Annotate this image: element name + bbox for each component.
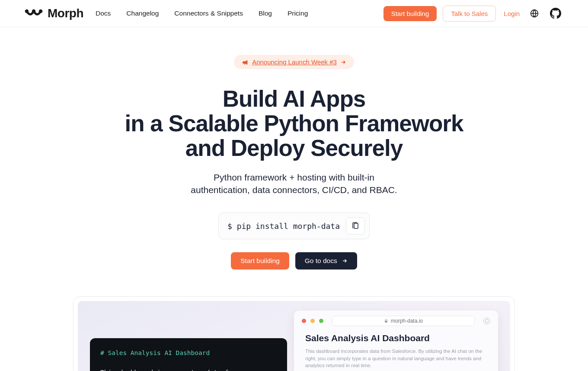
github-button[interactable] [547, 5, 564, 22]
traffic-light-minimize-icon [310, 319, 315, 323]
refresh-icon [483, 317, 490, 324]
globe-icon [530, 9, 539, 18]
megaphone-icon [242, 59, 249, 66]
dashboard-description: This dashboard incorporates data from Sa… [305, 348, 487, 368]
hero-ctas: Start building Go to docs [9, 252, 579, 270]
go-to-docs-button[interactable]: Go to docs [295, 252, 357, 270]
go-to-docs-label: Go to docs [305, 257, 337, 265]
logo[interactable]: Morph [24, 6, 83, 20]
hero-heading: Build AI Apps in a Scalable Python Frame… [9, 86, 579, 161]
arrow-right-icon [342, 258, 348, 264]
nav-pricing[interactable]: Pricing [288, 10, 308, 17]
svg-rect-4 [354, 223, 358, 228]
url-text: morph-data.io [391, 318, 423, 324]
hero-sub-line1: Python framework + hosting with built-in [214, 172, 374, 182]
github-icon [550, 8, 561, 19]
install-command-text: $ pip install morph-data [227, 222, 340, 231]
showcase-background: # Sales Analysis AI Dashboard This dashb… [78, 301, 510, 371]
dashboard-body: Sales Analysis AI Dashboard This dashboa… [294, 331, 498, 371]
showcase-frame: # Sales Analysis AI Dashboard This dashb… [73, 296, 515, 371]
start-building-button[interactable]: Start building [231, 252, 289, 270]
hero-h1-line3: and Deploy Securely [185, 135, 403, 161]
announcement-text: Announcing Launch Week #3 [252, 58, 337, 66]
traffic-light-close-icon [302, 319, 306, 323]
clipboard-icon [352, 222, 359, 230]
dashboard-chrome: morph-data.io [294, 311, 498, 331]
dashboard-title: Sales Analysis AI Dashboard [305, 333, 487, 343]
traffic-light-zoom-icon [319, 319, 323, 323]
hero-subtitle: Python framework + hosting with built-in… [9, 171, 579, 197]
hero-h1-line1: Build AI Apps [223, 86, 366, 111]
logo-mark-icon [24, 9, 43, 18]
lock-icon [384, 319, 388, 323]
language-button[interactable] [527, 6, 541, 20]
header-right: Start building Talk to Sales Login [383, 5, 564, 22]
hero-h1-line2: in a Scalable Python Framework [125, 111, 463, 136]
dashboard-window: morph-data.io Sales Analysis AI Dashboar… [294, 311, 498, 371]
code-window: # Sales Analysis AI Dashboard This dashb… [90, 338, 287, 371]
nav-connectors[interactable]: Connectors & Snippets [174, 10, 243, 17]
url-bar: morph-data.io [332, 316, 475, 326]
nav-blog[interactable]: Blog [259, 10, 272, 17]
talk-to-sales-button[interactable]: Talk to Sales [443, 6, 496, 22]
hero-sub-line2: authentication, data connectors, CI/CD, … [191, 185, 397, 195]
code-body-line1: This dashboard incorporates data from [100, 367, 277, 371]
login-link[interactable]: Login [504, 10, 520, 17]
copy-install-button[interactable] [346, 217, 365, 235]
nav-changelog[interactable]: Changelog [126, 10, 159, 17]
arrow-right-icon [340, 59, 346, 65]
install-command-box: $ pip install morph-data [218, 212, 370, 239]
main-nav: Docs Changelog Connectors & Snippets Blo… [96, 10, 308, 17]
nav-docs[interactable]: Docs [96, 10, 111, 17]
announcement-pill[interactable]: Announcing Launch Week #3 [234, 55, 354, 69]
header-left: Morph Docs Changelog Connectors & Snippe… [24, 6, 308, 20]
logo-text: Morph [48, 6, 83, 20]
start-building-header-button[interactable]: Start building [383, 6, 437, 21]
code-title: # Sales Analysis AI Dashboard [100, 348, 277, 358]
hero: Announcing Launch Week #3 Build AI Apps … [0, 27, 588, 270]
site-header: Morph Docs Changelog Connectors & Snippe… [0, 0, 588, 27]
